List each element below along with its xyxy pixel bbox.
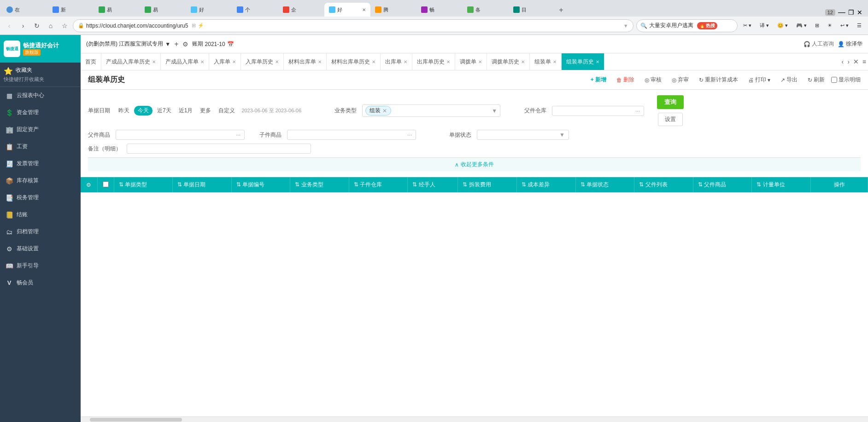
lightning-icon[interactable]: ⚡ bbox=[198, 23, 204, 29]
new-tab-button[interactable]: + bbox=[555, 4, 568, 17]
undo-tool[interactable]: ↩ ▾ bbox=[838, 22, 851, 29]
tab-close-prod-in-history[interactable]: ✕ bbox=[152, 59, 156, 64]
delete-button[interactable]: 🗑 删除 bbox=[613, 74, 638, 86]
filter-settings-button[interactable]: 设置 bbox=[658, 113, 683, 126]
sidebar-item-fund[interactable]: 💲 资金管理 bbox=[0, 104, 81, 121]
more-btn[interactable]: 更多 bbox=[197, 106, 214, 116]
tab-prod-in[interactable]: 产成品入库单 ✕ bbox=[161, 53, 209, 70]
sidebar-item-archive[interactable]: 🗂 归档管理 bbox=[0, 223, 81, 240]
custom-btn[interactable]: 自定义 bbox=[216, 106, 238, 116]
add-company-icon[interactable]: + bbox=[174, 40, 178, 48]
last1month-btn[interactable]: 近1月 bbox=[176, 106, 196, 116]
sidebar-item-tax[interactable]: 📑 税务管理 bbox=[0, 189, 81, 206]
recalc-button[interactable]: ↻ 重新计算成本 bbox=[695, 74, 742, 86]
col-checkbox[interactable] bbox=[97, 177, 114, 192]
menu-tool[interactable]: ☰ bbox=[854, 22, 864, 29]
query-button[interactable]: 查询 bbox=[657, 95, 684, 109]
tab-close-in-history[interactable]: ✕ bbox=[275, 59, 279, 64]
export-button[interactable]: ↗ 导出 bbox=[777, 74, 801, 86]
sidebar-item-guide[interactable]: 📖 新手引导 bbox=[0, 257, 81, 274]
parent-goods-more-icon[interactable]: ··· bbox=[236, 132, 240, 138]
show-detail-checkbox[interactable]: 显示明细 bbox=[831, 76, 861, 84]
bill-status-select[interactable]: ▼ bbox=[477, 130, 569, 140]
close-window-button[interactable]: ✕ bbox=[857, 9, 862, 16]
tab-pack[interactable]: 组装单 ✕ bbox=[530, 53, 562, 70]
browser-tab-2[interactable]: 新 bbox=[48, 3, 94, 17]
print-dropdown-icon[interactable]: ▾ bbox=[768, 77, 770, 83]
print-button[interactable]: 🖨 打印 ▾ bbox=[745, 74, 774, 86]
col-disassemble-fee[interactable]: ⇅ 拆装费用 bbox=[458, 177, 517, 192]
warehouse-more-icon[interactable]: ··· bbox=[635, 108, 640, 114]
tab-mat-out-history[interactable]: 材料出库单历史 ✕ bbox=[327, 53, 381, 70]
star-button[interactable]: ☆ bbox=[59, 20, 70, 31]
tab-out-order[interactable]: 出库单 ✕ bbox=[381, 53, 412, 70]
business-tag-close[interactable]: ✕ bbox=[382, 108, 387, 114]
tab-close-mat-out[interactable]: ✕ bbox=[318, 59, 322, 64]
col-cost-diff[interactable]: ⇅ 成本差异 bbox=[517, 177, 576, 192]
col-bill-type[interactable]: ⇅ 单据类型 bbox=[114, 177, 173, 192]
tab-in-order[interactable]: 入库单 ✕ bbox=[209, 53, 241, 70]
emoji-tool[interactable]: 😊 ▾ bbox=[774, 22, 791, 29]
col-business-type[interactable]: ⇅ 业务类型 bbox=[290, 177, 349, 192]
tab-close-assemble-history[interactable]: ✕ bbox=[521, 59, 525, 64]
browser-tab-4[interactable]: 易 bbox=[140, 3, 186, 17]
reload-button[interactable]: ↻ bbox=[31, 20, 42, 31]
back-button[interactable]: ‹ bbox=[4, 20, 15, 31]
scrollbar-thumb[interactable] bbox=[90, 418, 182, 422]
sidebar-item-member[interactable]: V 畅会员 bbox=[0, 274, 81, 291]
parent-warehouse-field[interactable] bbox=[556, 108, 635, 114]
browser-tab-7[interactable]: 企 bbox=[278, 3, 324, 17]
address-bar[interactable]: 🔒 https://cloud.chanjet.com/accounting/u… bbox=[73, 19, 633, 32]
tab-assemble[interactable]: 调拨单 ✕ bbox=[455, 53, 487, 70]
tab-in-history[interactable]: 入库单历史 ✕ bbox=[241, 53, 284, 70]
sidebar-item-inventory[interactable]: 📦 库存核算 bbox=[0, 172, 81, 189]
col-bill-date[interactable]: ⇅ 单据日期 bbox=[173, 177, 232, 192]
col-bill-status[interactable]: ⇅ 单据状态 bbox=[575, 177, 634, 192]
tab-close-out-history[interactable]: ✕ bbox=[446, 59, 450, 64]
browser-tab-5[interactable]: 好 bbox=[186, 3, 232, 17]
refresh-button[interactable]: ↻ 刷新 bbox=[804, 74, 828, 86]
company-settings-icon[interactable]: ⚙ bbox=[182, 40, 188, 48]
tab-mat-out[interactable]: 材料出库单 ✕ bbox=[284, 53, 327, 70]
horizontal-scrollbar[interactable] bbox=[81, 416, 868, 422]
today-btn[interactable]: 今天 bbox=[134, 106, 152, 116]
col-unit[interactable]: ⇅ 计量单位 bbox=[752, 177, 811, 192]
nav-right-arrow[interactable]: › bbox=[845, 58, 851, 65]
col-bill-no[interactable]: ⇅ 单据编号 bbox=[231, 177, 290, 192]
translate-tool[interactable]: 译 ▾ bbox=[757, 21, 772, 30]
tab-home[interactable]: 首页 bbox=[81, 53, 101, 70]
tab-close-pack-history[interactable]: ✕ bbox=[596, 59, 599, 64]
sidebar-item-payroll[interactable]: 📋 工资 bbox=[0, 138, 81, 155]
nav-menu-icon[interactable]: ≡ bbox=[861, 58, 868, 65]
yesterday-btn[interactable]: 昨天 bbox=[116, 106, 132, 116]
tab-close-mat-out-history[interactable]: ✕ bbox=[372, 59, 375, 64]
sidebar-item-cloud-report[interactable]: ▦ 云报表中心 bbox=[0, 87, 81, 104]
sidebar-item-closing[interactable]: 📒 结账 bbox=[0, 206, 81, 223]
browser-tab-6[interactable]: 个 bbox=[232, 3, 278, 17]
note-input[interactable] bbox=[127, 144, 311, 154]
business-dropdown-icon[interactable]: ▼ bbox=[492, 108, 497, 114]
add-button[interactable]: + 新增 bbox=[587, 74, 610, 86]
nav-close-all[interactable]: ✕ bbox=[851, 58, 861, 65]
sun-tool[interactable]: ☀ bbox=[825, 22, 835, 29]
tab-prod-in-history[interactable]: 产成品入库单历史 ✕ bbox=[101, 53, 161, 70]
grid-tool[interactable]: ⊞ bbox=[812, 22, 822, 29]
parent-goods-input[interactable]: ··· bbox=[116, 130, 245, 140]
browser-tab-1[interactable]: 在 bbox=[2, 3, 48, 17]
tab-pack-history[interactable]: 组装单历史 ✕ bbox=[562, 53, 604, 70]
parent-goods-field[interactable] bbox=[120, 132, 236, 138]
abandon-button[interactable]: ◎ 弃审 bbox=[668, 74, 692, 86]
browser-tab-3[interactable]: 易 bbox=[94, 3, 140, 17]
sidebar-item-settings[interactable]: ⚙ 基础设置 bbox=[0, 240, 81, 257]
parent-warehouse-input[interactable]: ··· bbox=[552, 106, 644, 116]
browser-tab-11[interactable]: 各 bbox=[463, 3, 509, 17]
tab-close-prod-in[interactable]: ✕ bbox=[200, 59, 204, 64]
minimize-button[interactable]: — bbox=[838, 8, 845, 17]
browser-tab-8[interactable]: 好 ✕ bbox=[324, 3, 370, 17]
sidebar-item-fixed-assets[interactable]: 🏢 固定资产 bbox=[0, 121, 81, 138]
user-info[interactable]: 👤 徐泽华 bbox=[838, 40, 862, 48]
browser-tab-9[interactable]: 腾 bbox=[370, 3, 416, 17]
tab-assemble-history[interactable]: 调拨单历史 ✕ bbox=[487, 53, 530, 70]
col-handler[interactable]: ⇅ 经手人 bbox=[408, 177, 458, 192]
select-all-checkbox[interactable] bbox=[103, 181, 109, 187]
